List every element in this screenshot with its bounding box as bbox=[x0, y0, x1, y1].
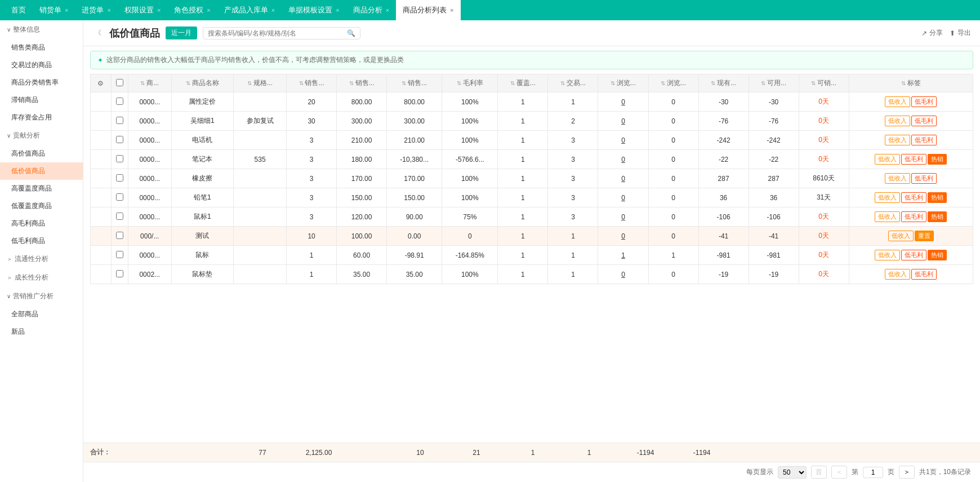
coverage-cell: 1 bbox=[498, 188, 548, 207]
close-icon[interactable]: × bbox=[386, 7, 389, 14]
nav-purchase-order[interactable]: 进货单 × bbox=[75, 0, 117, 20]
sidebar-item-category-rate[interactable]: 商品分类销售率 bbox=[0, 74, 83, 91]
name-col-header[interactable]: 商品名称 bbox=[171, 74, 234, 92]
nav-template[interactable]: 单据模板设置 × bbox=[282, 0, 346, 20]
spec-col-header[interactable]: 规格... bbox=[234, 74, 287, 92]
available-cell: -242 bbox=[749, 131, 799, 150]
browse1-link[interactable]: 0 bbox=[621, 213, 625, 221]
sidebar-group-overall[interactable]: ∨ 整体信息 bbox=[0, 20, 83, 39]
settings-cell bbox=[91, 265, 112, 284]
browse1-link[interactable]: 0 bbox=[621, 175, 625, 183]
close-icon[interactable]: × bbox=[271, 7, 275, 14]
nav-sales-order[interactable]: 销货单 × bbox=[33, 0, 75, 20]
checkbox-col-header[interactable] bbox=[111, 74, 128, 92]
nav-permission[interactable]: 权限设置 × bbox=[118, 0, 167, 20]
current-col-header[interactable]: 现有... bbox=[698, 74, 749, 92]
sidebar-item-new-goods[interactable]: 新品 bbox=[0, 323, 83, 341]
sidebar-item-high-margin[interactable]: 高毛利商品 bbox=[0, 215, 83, 232]
first-page-button[interactable]: 首 bbox=[811, 466, 827, 479]
close-icon[interactable]: × bbox=[450, 7, 453, 14]
sidebar-group-contribution[interactable]: ∨ 贡献分析 bbox=[0, 126, 83, 145]
income-cell: 210.00 bbox=[337, 131, 387, 150]
browse2-col-header[interactable]: 浏览... bbox=[648, 74, 698, 92]
browse1-col-header[interactable]: 浏览... bbox=[598, 74, 648, 92]
saleable-days-cell: 8610天 bbox=[799, 169, 849, 188]
date-filter-button[interactable]: 近一月 bbox=[166, 26, 197, 39]
close-icon[interactable]: × bbox=[107, 7, 110, 14]
row-checkbox[interactable] bbox=[116, 155, 123, 162]
sales-col-header[interactable]: 销售... bbox=[387, 74, 442, 92]
sidebar-item-sales-goods[interactable]: 销售类商品 bbox=[0, 39, 83, 56]
sidebar-item-traded-goods[interactable]: 交易过的商品 bbox=[0, 56, 83, 74]
code-cell: 000/... bbox=[128, 227, 171, 246]
sidebar-item-low-value[interactable]: 低价值商品 bbox=[0, 162, 83, 180]
close-icon[interactable]: × bbox=[336, 7, 339, 14]
prev-page-button[interactable]: ＜ bbox=[831, 466, 847, 479]
row-checkbox[interactable] bbox=[116, 98, 123, 105]
row-checkbox[interactable] bbox=[116, 193, 123, 201]
sales-cell: 150.00 bbox=[387, 188, 442, 207]
table-row: 0000... 鼠标1 3 120.00 90.00 75% 1 3 0 0 -… bbox=[91, 207, 973, 227]
coverage-col-header[interactable]: 覆盖... bbox=[498, 74, 548, 92]
browse1-link[interactable]: 0 bbox=[621, 136, 625, 144]
sidebar-item-slow-goods[interactable]: 滞销商品 bbox=[0, 91, 83, 109]
coverage-cell: 1 bbox=[498, 169, 548, 188]
nav-finished-goods[interactable]: 产成品入库单 × bbox=[217, 0, 282, 20]
nav-home[interactable]: 首页 bbox=[5, 0, 33, 20]
margin-col-header[interactable]: 毛利率 bbox=[442, 74, 498, 92]
close-icon[interactable]: × bbox=[157, 7, 161, 14]
nav-goods-analysis-list[interactable]: 商品分析列表 × bbox=[396, 0, 460, 20]
search-input[interactable] bbox=[208, 29, 345, 37]
browse1-link[interactable]: 0 bbox=[621, 194, 625, 202]
sidebar-group-liquidity[interactable]: ＞ 流通性分析 bbox=[0, 250, 83, 268]
saleable-days: 0天 bbox=[818, 213, 829, 220]
nav-role[interactable]: 角色授权 × bbox=[167, 0, 217, 20]
browse1-link[interactable]: 0 bbox=[621, 98, 625, 106]
available-cell: -19 bbox=[749, 265, 799, 284]
browse1-cell: 0 bbox=[598, 131, 648, 150]
browse1-link[interactable]: 0 bbox=[621, 232, 625, 240]
tags-col-header[interactable]: 标签 bbox=[849, 74, 973, 92]
income-col-header[interactable]: 销售... bbox=[337, 74, 387, 92]
row-checkbox[interactable] bbox=[116, 232, 123, 239]
page-size-select[interactable]: 50 10 20 100 bbox=[778, 466, 807, 479]
collapse-sidebar-button[interactable]: 《 bbox=[92, 26, 104, 40]
qty-col-header[interactable]: 销售... bbox=[287, 74, 337, 92]
footer-values: 77 2,125.00 10 21 1 1 -1194 -1194 bbox=[122, 449, 973, 457]
nav-goods-analysis[interactable]: 商品分析 × bbox=[346, 0, 396, 20]
available-col-header[interactable]: 可用... bbox=[749, 74, 799, 92]
name-cell: 橡皮擦 bbox=[171, 169, 234, 188]
row-checkbox[interactable] bbox=[116, 174, 123, 182]
row-checkbox[interactable] bbox=[116, 213, 123, 220]
sidebar-item-low-margin[interactable]: 低毛利商品 bbox=[0, 232, 83, 250]
browse1-link[interactable]: 0 bbox=[621, 117, 625, 125]
sidebar-group-growth[interactable]: ＞ 成长性分析 bbox=[0, 268, 83, 287]
available-cell: -30 bbox=[749, 92, 799, 112]
row-checkbox[interactable] bbox=[116, 251, 123, 258]
close-icon[interactable]: × bbox=[65, 7, 68, 14]
sales-cell: 170.00 bbox=[387, 169, 442, 188]
saleable-col-header[interactable]: 可销... bbox=[799, 74, 849, 92]
sidebar-item-high-coverage[interactable]: 高覆盖度商品 bbox=[0, 180, 83, 197]
code-col-header[interactable]: 商... bbox=[128, 74, 171, 92]
sidebar-group-marketing[interactable]: ∨ 营销推广分析 bbox=[0, 287, 83, 306]
trade-col-header[interactable]: 交易... bbox=[548, 74, 598, 92]
search-icon[interactable]: 🔍 bbox=[347, 29, 355, 37]
browse1-link[interactable]: 1 bbox=[621, 251, 625, 259]
sidebar-item-high-value[interactable]: 高价值商品 bbox=[0, 145, 83, 162]
export-button[interactable]: ⬆ 导出 bbox=[950, 28, 971, 38]
sidebar-item-all-goods[interactable]: 全部商品 bbox=[0, 306, 83, 323]
browse1-link[interactable]: 0 bbox=[621, 156, 625, 163]
close-icon[interactable]: × bbox=[207, 7, 210, 14]
browse1-link[interactable]: 0 bbox=[621, 271, 625, 278]
row-checkbox[interactable] bbox=[116, 136, 123, 143]
page-number-input[interactable] bbox=[863, 467, 883, 478]
row-checkbox[interactable] bbox=[116, 270, 123, 277]
share-button[interactable]: ↗ 分享 bbox=[921, 28, 943, 38]
settings-col-header[interactable]: ⚙ bbox=[91, 74, 112, 92]
sidebar-item-low-coverage[interactable]: 低覆盖度商品 bbox=[0, 197, 83, 215]
sidebar-item-inventory-capital[interactable]: 库存资金占用 bbox=[0, 109, 83, 126]
row-checkbox[interactable] bbox=[116, 117, 123, 124]
select-all-checkbox[interactable] bbox=[116, 79, 123, 86]
next-page-button[interactable]: ＞ bbox=[899, 466, 915, 479]
